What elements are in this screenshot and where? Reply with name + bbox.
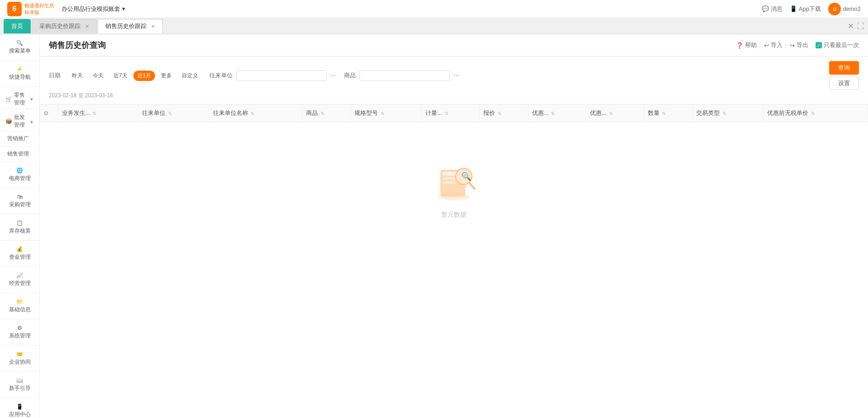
- th-goods[interactable]: 商品 ⇅: [302, 104, 350, 122]
- chart-icon: 📈: [16, 272, 23, 279]
- counterpart-input[interactable]: [236, 70, 327, 81]
- goods-filter: 商品 ···: [344, 70, 459, 81]
- sidebar-item-operations[interactable]: 📈 经营管理: [0, 267, 39, 293]
- flash-icon: ⚡: [16, 66, 23, 72]
- table-empty-row: 🔍 暂元数据: [40, 122, 868, 256]
- sidebar-item-guide[interactable]: 📖 新手引导: [0, 372, 39, 398]
- chevron-down-icon: ▾: [122, 5, 125, 12]
- date-label: 日期: [49, 71, 61, 80]
- settings-button[interactable]: 设置: [829, 76, 859, 90]
- sort-icon: ⇅: [321, 111, 324, 116]
- th-counterpart[interactable]: 往来单位 ⇅: [138, 104, 209, 122]
- book-icon: 📖: [16, 377, 23, 384]
- sort-icon: ⇅: [609, 111, 613, 116]
- filter-bar: 日期 昨天 今天 近7天 近1月 更多: [40, 57, 868, 104]
- date-btn-today[interactable]: 今天: [89, 71, 108, 81]
- query-button[interactable]: 查询: [829, 61, 859, 75]
- question-icon: ❓: [736, 42, 743, 49]
- sidebar-item-ecommerce[interactable]: 🌐 电商管理: [0, 162, 39, 188]
- sidebar-item-quick-nav[interactable]: ⚡ 快捷导航: [0, 61, 39, 87]
- sidebar-item-search-menu[interactable]: 🔍 搜索菜单: [0, 34, 39, 61]
- th-biz-date[interactable]: 业务发生... ⇅: [58, 104, 138, 122]
- date-btn-more[interactable]: 更多: [157, 71, 176, 81]
- message-nav[interactable]: 💬 消息: [762, 5, 783, 13]
- goods-dots-icon[interactable]: ···: [453, 71, 459, 80]
- import-action[interactable]: ↩ 导入: [764, 41, 783, 49]
- th-discount1[interactable]: 优惠... ⇅: [528, 104, 586, 122]
- sidebar-item-finance[interactable]: 💰 资金管理: [0, 241, 39, 267]
- data-table: ⚙ 业务发生... ⇅ 往来单位 ⇅ 往来单位名称 ⇅: [40, 104, 868, 255]
- sort-icon: ⇅: [498, 111, 501, 116]
- date-btn-yesterday[interactable]: 昨天: [68, 71, 87, 81]
- clipboard-icon: 📋: [16, 220, 23, 226]
- company-selector[interactable]: 办公用品行业模拟账套 ▾: [58, 3, 129, 15]
- content-area: 销售历史价查询 ❓ 帮助 ↩ 导入 ↪ 导出 只看最后一次: [40, 34, 868, 418]
- date-btn-last7[interactable]: 近7天: [109, 71, 132, 81]
- sort-icon: ⇅: [168, 111, 172, 116]
- tab-purchase-history-label: 采购历史价跟踪: [39, 22, 80, 30]
- user-profile[interactable]: d demo2: [828, 3, 861, 15]
- logo-area: 6 畅捷通好生意 标准版: [7, 2, 54, 16]
- close-purchase-history-icon[interactable]: ✕: [85, 24, 89, 29]
- th-trade-type[interactable]: 交易类型 ⇅: [693, 104, 764, 122]
- empty-illustration: 🔍: [427, 158, 481, 204]
- empty-state: 🔍 暂元数据: [40, 122, 868, 255]
- close-sales-history-icon[interactable]: ✕: [151, 24, 155, 29]
- th-discount2[interactable]: 优惠... ⇅: [586, 104, 644, 122]
- only-last-checkbox[interactable]: 只看最后一次: [816, 41, 859, 49]
- app-icon: 📱: [16, 404, 23, 410]
- import-icon: ↩: [764, 42, 769, 49]
- globe-icon: 🌐: [16, 167, 23, 174]
- sidebar-item-purchase-mgmt[interactable]: 🛍 采购管理: [0, 188, 39, 214]
- app-download-nav[interactable]: 📱 App下载: [790, 5, 821, 13]
- th-quote[interactable]: 报价 ⇅: [480, 104, 528, 122]
- sidebar-item-basic-info[interactable]: 📁 基础信息: [0, 293, 39, 319]
- retail-icon: 🛒: [5, 96, 12, 102]
- empty-cell: 🔍 暂元数据: [40, 122, 868, 256]
- page-actions: ❓ 帮助 ↩ 导入 ↪ 导出 只看最后一次: [736, 41, 859, 49]
- tabbar-actions: ✕ ⛶: [848, 22, 864, 30]
- th-counterpart-name[interactable]: 往来单位名称 ⇅: [209, 104, 302, 122]
- svg-rect-4: [443, 181, 455, 184]
- sidebar-item-retail-mgmt[interactable]: 🛒 零售管理 ▼: [0, 87, 39, 109]
- sidebar-item-sales-mgmt[interactable]: 销售管理: [0, 147, 39, 162]
- logo-icon: 6: [7, 2, 22, 16]
- checkbox-icon: [816, 42, 822, 48]
- counterpart-dots-icon[interactable]: ···: [330, 71, 336, 80]
- page-title: 销售历史价查询: [49, 40, 106, 51]
- main-layout: 🔍 搜索菜单 ⚡ 快捷导航 🛒 零售管理 ▼ 📦 批发管理 ▲ 营销推广 销售管…: [0, 34, 868, 418]
- topbar-left: 6 畅捷通好生意 标准版 办公用品行业模拟账套 ▾: [7, 2, 129, 16]
- th-unit[interactable]: 计量... ⇅: [422, 104, 480, 122]
- money-icon: 💰: [16, 246, 23, 252]
- date-btn-custom[interactable]: 自定义: [178, 71, 202, 81]
- th-settings: ⚙: [40, 104, 58, 122]
- svg-line-7: [469, 183, 475, 189]
- date-btn-last-month[interactable]: 近1月: [133, 71, 156, 81]
- column-settings-icon[interactable]: ⚙: [43, 110, 49, 117]
- sidebar-item-marketing[interactable]: 营销推广: [0, 131, 39, 147]
- tab-purchase-history[interactable]: 采购历史价跟踪 ✕: [32, 19, 97, 33]
- help-action[interactable]: ❓ 帮助: [736, 41, 757, 49]
- export-action[interactable]: ↪ 导出: [790, 41, 808, 49]
- tab-sales-history[interactable]: 销售历史价跟踪 ✕: [98, 19, 163, 33]
- sidebar-item-app-center[interactable]: 📱 应用中心: [0, 398, 39, 418]
- th-pre-tax[interactable]: 优惠前无税单价 ⇅: [764, 104, 868, 122]
- table-head: ⚙ 业务发生... ⇅ 往来单位 ⇅ 往来单位名称 ⇅: [40, 104, 868, 122]
- tab-home[interactable]: 首页: [4, 19, 31, 33]
- table-body: 🔍 暂元数据: [40, 122, 868, 256]
- th-spec[interactable]: 规格型号 ⇅: [351, 104, 422, 122]
- th-quantity[interactable]: 数量 ⇅: [644, 104, 692, 122]
- sidebar-item-enterprise[interactable]: 🤝 企业协同: [0, 346, 39, 372]
- topbar: 6 畅捷通好生意 标准版 办公用品行业模拟账套 ▾ 💬 消息 📱 App下载 d…: [0, 0, 868, 18]
- sidebar-item-wholesale-mgmt[interactable]: 📦 批发管理 ▲: [0, 109, 39, 131]
- goods-input[interactable]: [359, 70, 450, 81]
- search-icon: 🔍: [16, 40, 23, 46]
- sidebar-item-inventory[interactable]: 📋 库存核算: [0, 214, 39, 241]
- bag-icon: 🛍: [17, 194, 23, 200]
- close-all-tabs-icon[interactable]: ✕: [848, 22, 854, 30]
- avatar: d: [828, 3, 841, 15]
- maximize-icon[interactable]: ⛶: [857, 22, 864, 30]
- date-buttons: 昨天 今天 近7天 近1月 更多 自定义: [68, 71, 202, 81]
- tab-sales-history-label: 销售历史价跟踪: [105, 22, 146, 30]
- sidebar-item-system[interactable]: ⚙ 系统管理: [0, 319, 39, 346]
